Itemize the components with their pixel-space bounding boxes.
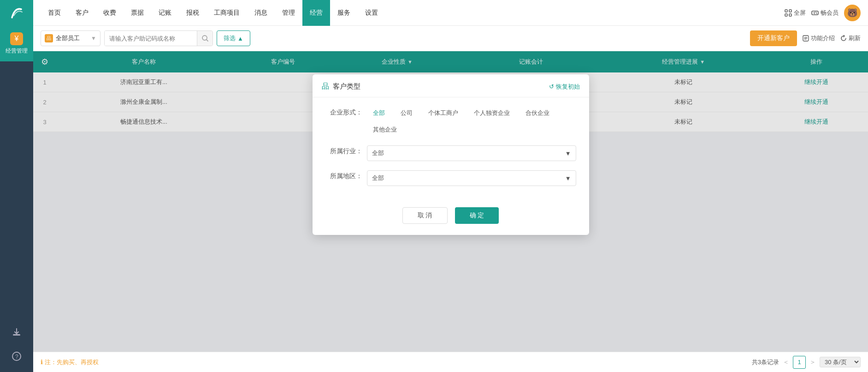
nav-tax[interactable]: 报税 [179, 0, 207, 26]
tag-group: 全部 公司 个体工商户 个人独资企业 合伙企业 其他企业 [367, 107, 576, 136]
cancel-button[interactable]: 取 消 [402, 207, 448, 224]
employee-select[interactable]: 品 全部员工 ▼ [41, 30, 100, 46]
chevron-up-icon: ▲ [237, 35, 243, 42]
employee-select-text: 全部员工 [56, 34, 88, 42]
func-intro-label: 功能介绍 [811, 34, 835, 42]
vip-label: 畅会员 [821, 9, 838, 17]
help-icon[interactable]: ? [8, 348, 25, 365]
tag-other[interactable]: 其他企业 [367, 123, 403, 136]
region-select-wrap: 全部 ▼ [367, 170, 576, 186]
filter-button[interactable]: 筛选 ▲ [217, 30, 250, 46]
svg-rect-0 [13, 334, 20, 336]
enterprise-form-row: 企业形式： 全部 公司 个体工商户 个人独资企业 合伙企业 其他企业 [325, 107, 576, 136]
nav-mgmt[interactable]: 管理 [275, 0, 302, 26]
fullscreen-label: 全屏 [794, 9, 806, 17]
tag-all[interactable]: 全部 [367, 107, 391, 120]
next-page-button[interactable]: ＞ [809, 358, 816, 366]
nav-home[interactable]: 首页 [41, 0, 68, 26]
pagination: 共3条记录 ＜ 1 ＞ 30 条/页 50 条/页 100 条/页 [752, 356, 861, 369]
vip-button[interactable]: 畅会员 [811, 9, 838, 17]
footer-note: ℹ 注：先购买、再授权 [41, 358, 99, 366]
region-form-row: 所属地区： 全部 ▼ [325, 170, 576, 186]
info-icon: ℹ [41, 359, 43, 366]
toolbar-right: 开通新客户 功能介绍 刷新 [750, 30, 861, 46]
func-intro-link[interactable]: 功能介绍 [803, 34, 835, 42]
confirm-button[interactable]: 确 定 [455, 207, 499, 224]
refresh-link[interactable]: 刷新 [840, 34, 861, 42]
chevron-down-icon: ▼ [565, 150, 571, 157]
nav-settings[interactable]: 设置 [358, 0, 385, 26]
modal-header: 品 客户类型 ↺ 恢复初始 [313, 74, 589, 97]
reset-icon: ↺ [549, 83, 554, 90]
search-input[interactable] [105, 31, 197, 46]
svg-rect-7 [812, 11, 818, 15]
region-select[interactable]: 全部 ▼ [367, 170, 576, 186]
sidebar-item-label: 经营管理 [6, 47, 28, 55]
enterprise-form-label: 企业形式： [325, 107, 362, 117]
region-label: 所属地区： [325, 170, 362, 180]
industry-label: 所属行业： [325, 145, 362, 156]
tag-individual[interactable]: 个体工商户 [422, 107, 464, 120]
modal-title-icon: 品 [322, 82, 329, 91]
svg-text:?: ? [15, 354, 18, 360]
per-page-select[interactable]: 30 条/页 50 条/页 100 条/页 [820, 357, 861, 367]
filter-label: 筛选 [224, 34, 236, 42]
current-page[interactable]: 1 [793, 356, 806, 369]
nav-biz[interactable]: 工商项目 [207, 0, 247, 26]
nav-msg[interactable]: 消息 [247, 0, 275, 26]
svg-rect-5 [785, 14, 787, 16]
chevron-down-icon: ▼ [91, 35, 96, 42]
download-icon[interactable] [8, 324, 25, 341]
search-button[interactable] [197, 30, 213, 46]
nav-fee[interactable]: 收费 [96, 0, 124, 26]
nav-customer[interactable]: 客户 [68, 0, 96, 26]
tag-partner[interactable]: 合伙企业 [520, 107, 555, 120]
refresh-label: 刷新 [849, 34, 861, 42]
reset-label: 恢复初始 [556, 83, 580, 91]
yuan-icon: ¥ [10, 32, 23, 45]
fullscreen-button[interactable]: 全屏 [785, 9, 806, 17]
sidebar: ¥ 经营管理 ? [0, 0, 33, 372]
total-records: 共3条记录 [752, 358, 779, 366]
svg-rect-6 [789, 14, 791, 16]
main-area: 首页 客户 收费 票据 记账 报税 工商项目 消息 管理 经营 服务 设置 全屏… [33, 0, 868, 372]
tag-company[interactable]: 公司 [395, 107, 419, 120]
chevron-down-icon: ▼ [565, 175, 571, 182]
table-area: ⚙ 客户名称 客户编号 企业性质▼ 记账会计 经营管理进展▼ 操作 1 [33, 51, 868, 352]
sidebar-logo [0, 0, 33, 26]
svg-rect-4 [789, 10, 791, 12]
region-value: 全部 [372, 174, 384, 182]
industry-select[interactable]: 全部 ▼ [367, 145, 576, 161]
industry-value: 全部 [372, 149, 384, 157]
page-footer: ℹ 注：先购买、再授权 共3条记录 ＜ 1 ＞ 30 条/页 50 条/页 10… [33, 352, 868, 372]
search-wrap [104, 30, 213, 46]
modal-body: 企业形式： 全部 公司 个体工商户 个人独资企业 合伙企业 其他企业 [313, 97, 589, 200]
tag-sole[interactable]: 个人独资企业 [468, 107, 516, 120]
nav-invoice[interactable]: 票据 [124, 0, 151, 26]
nav-operation[interactable]: 经营 [302, 0, 330, 26]
sidebar-bottom: ? [8, 324, 25, 372]
filter-modal: 品 客户类型 ↺ 恢复初始 企业形式： [313, 74, 589, 235]
user-avatar[interactable]: 🐻 [844, 5, 861, 21]
employee-icon: 品 [45, 34, 53, 42]
industry-form-row: 所属行业： 全部 ▼ [325, 145, 576, 161]
industry-select-wrap: 全部 ▼ [367, 145, 576, 161]
footer-note-text: 注：先购买、再授权 [45, 358, 99, 366]
prev-page-button[interactable]: ＜ [783, 358, 789, 366]
top-nav: 首页 客户 收费 票据 记账 报税 工商项目 消息 管理 经营 服务 设置 全屏… [33, 0, 868, 26]
modal-title-text: 客户类型 [333, 82, 360, 91]
new-customer-button[interactable]: 开通新客户 [750, 30, 797, 46]
sidebar-item-jingying[interactable]: ¥ 经营管理 [0, 26, 33, 61]
enterprise-options: 全部 公司 个体工商户 个人独资企业 合伙企业 其他企业 [367, 107, 576, 136]
svg-rect-3 [785, 10, 787, 12]
modal-reset-button[interactable]: ↺ 恢复初始 [549, 83, 580, 91]
modal-title: 品 客户类型 [322, 82, 360, 91]
nav-service[interactable]: 服务 [330, 0, 358, 26]
nav-right: 全屏 畅会员 🐻 [785, 5, 861, 21]
nav-bookkeep[interactable]: 记账 [151, 0, 179, 26]
modal-footer: 取 消 确 定 [313, 200, 589, 235]
